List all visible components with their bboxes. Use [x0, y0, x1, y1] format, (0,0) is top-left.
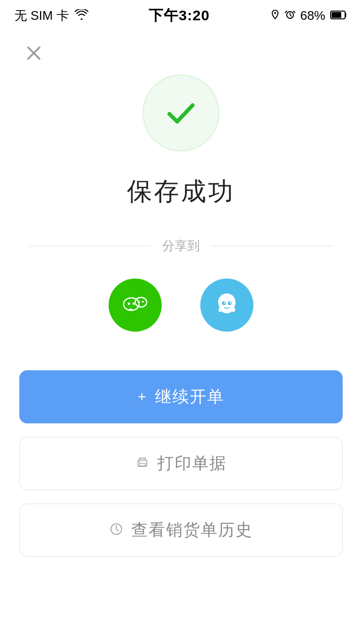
share-label: 分享到 — [151, 238, 211, 254]
continue-order-button[interactable]: + 继续开单 — [19, 370, 343, 423]
continue-order-label: 继续开单 — [155, 386, 224, 408]
action-buttons: + 继续开单 打印单据 查看销货单历史 — [0, 370, 362, 557]
success-title: 保存成功 — [127, 175, 235, 209]
status-bar: 无 SIM 卡 下午3:20 68% — [0, 0, 362, 31]
close-button[interactable] — [19, 39, 48, 68]
share-divider: 分享到 — [0, 238, 362, 254]
svg-point-8 — [128, 303, 130, 305]
share-icons-row — [109, 279, 253, 332]
alarm-icon — [285, 8, 295, 23]
qq-icon — [211, 290, 242, 321]
battery-label: 68% — [300, 8, 325, 23]
svg-point-13 — [228, 301, 232, 305]
svg-point-11 — [142, 301, 144, 303]
divider-line-left — [29, 246, 151, 246]
success-circle — [142, 74, 220, 152]
print-label: 打印单据 — [157, 452, 227, 475]
plus-icon: + — [138, 390, 147, 404]
wechat-share-button[interactable] — [109, 279, 162, 332]
svg-point-14 — [224, 302, 225, 304]
checkmark-icon — [162, 94, 200, 132]
svg-point-7 — [135, 297, 147, 307]
print-icon — [135, 455, 150, 472]
close-icon — [25, 44, 42, 62]
divider-line-right — [211, 246, 333, 246]
history-icon — [109, 522, 124, 539]
print-button[interactable]: 打印单据 — [19, 437, 343, 490]
status-time: 下午3:20 — [149, 6, 209, 26]
svg-rect-3 — [332, 12, 341, 18]
wechat-icon — [120, 290, 151, 321]
status-left: 无 SIM 卡 — [14, 7, 88, 24]
svg-point-18 — [139, 461, 140, 462]
qq-share-button[interactable] — [200, 279, 253, 332]
wifi-icon — [75, 8, 88, 23]
svg-point-10 — [138, 301, 140, 303]
svg-rect-17 — [139, 463, 145, 466]
svg-point-9 — [133, 303, 135, 305]
no-sim-label: 无 SIM 卡 — [14, 7, 69, 24]
svg-point-0 — [274, 12, 276, 14]
main-content: 保存成功 分享到 — [0, 31, 362, 557]
status-right: 68% — [270, 8, 348, 23]
location-icon — [270, 8, 280, 23]
history-button[interactable]: 查看销货单历史 — [19, 504, 343, 557]
history-label: 查看销货单历史 — [131, 519, 253, 541]
svg-point-15 — [230, 302, 231, 304]
svg-point-12 — [222, 301, 226, 305]
battery-icon — [330, 8, 348, 23]
